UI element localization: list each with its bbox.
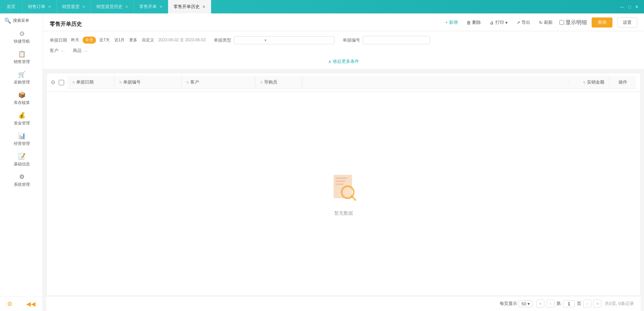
date-shortcuts: 昨天 今天 近7天 近1月 更多 自定义 (70, 37, 155, 44)
goods-select[interactable]: ··· (84, 48, 88, 53)
sidebar-label-inventory: 库存核算 (14, 100, 30, 106)
type-filter: 单据类型 ▾ (214, 36, 335, 44)
page-title: 零售开单历史 (50, 21, 82, 28)
th-sort-amount-icon[interactable]: ⇅ (583, 81, 586, 84)
collapse-sidebar-icon[interactable]: ◀◀ (26, 300, 36, 308)
svg-rect-1 (335, 177, 347, 179)
customer-filter: 客户 ··· (50, 48, 65, 54)
last-page-btn[interactable]: » (593, 300, 601, 308)
basic-info-icon: 📝 (18, 153, 26, 160)
filter-row-2: 客户 ··· 商品 ··· (50, 48, 637, 54)
page-label: 第 (556, 301, 561, 307)
tab-retail-open-history[interactable]: 零售开单历史✕ (168, 0, 211, 13)
tab-close-retail-open[interactable]: ✕ (159, 5, 162, 9)
page-summary: 共0页, 0条记录 (605, 301, 634, 307)
page-input[interactable] (563, 300, 575, 307)
tab-close-sales-return-history[interactable]: ✕ (125, 5, 128, 9)
tab-sales-order[interactable]: 销售订单✕ (22, 0, 57, 13)
th-guide: ⇅ 导购员 (255, 76, 302, 89)
close-btn[interactable]: ✕ (635, 4, 639, 9)
collapse-icon: ∧ (328, 59, 332, 64)
print-icon: 🖨 (490, 20, 494, 25)
sidebar-item-finance[interactable]: 💰 资金管理 (0, 108, 43, 129)
window-controls: — □ ✕ (620, 4, 644, 9)
tab-retail-open[interactable]: 零售开单✕ (134, 0, 168, 13)
export-icon: ↗ (516, 20, 520, 25)
sidebar-item-sales-mgmt[interactable]: 📋 销售管理 (0, 47, 43, 67)
empty-icon (327, 171, 360, 205)
date-today[interactable]: 今天 (83, 37, 96, 44)
type-select[interactable]: ▾ (234, 36, 335, 44)
first-page-btn[interactable]: « (536, 300, 544, 308)
next-page-btn[interactable]: › (583, 300, 591, 308)
sidebar-item-purchase-mgmt[interactable]: 🛒 采购管理 (0, 67, 43, 88)
sidebar-item-basic-info[interactable]: 📝 基础信息 (0, 149, 43, 170)
sidebar-item-inventory[interactable]: 📦 库存核算 (0, 88, 43, 108)
date-yesterday[interactable]: 昨天 (70, 37, 81, 43)
num-input[interactable] (363, 36, 430, 44)
filter-area: 单据日期 昨天 今天 近7天 近1月 更多 自定义 2023-06-02 至 2… (43, 31, 644, 69)
svg-rect-3 (335, 184, 344, 185)
sidebar-item-quick-nav[interactable]: ⊙ 快捷导航 (0, 27, 43, 47)
refresh-button[interactable]: ↻ 刷新 (537, 18, 555, 27)
sidebar-item-sys-mgmt[interactable]: ⚙ 系统管理 (0, 170, 43, 190)
set-button[interactable]: 设置 (617, 17, 637, 28)
tab-home[interactable]: 首页 (0, 0, 22, 13)
tab-close-sales-order[interactable]: ✕ (48, 5, 51, 9)
per-page-label: 每页显示 (500, 301, 517, 307)
th-sort-customer-icon[interactable]: ⇅ (186, 81, 189, 84)
date-7days[interactable]: 近7天 (98, 37, 111, 43)
type-label: 单据类型 (214, 37, 231, 43)
page-nav: « ‹ 第 页 › » (536, 300, 601, 308)
query-button[interactable]: 查询 (592, 17, 612, 28)
th-customer: ⇅ 客户 (182, 76, 255, 89)
delete-button[interactable]: 🗑 删除 (464, 18, 483, 27)
page-size-select: 每页显示 50 ▾ (500, 300, 533, 307)
display-toggle[interactable]: 显示明细 (559, 19, 587, 26)
tab-sales-return[interactable]: 销货退货✕ (57, 0, 91, 13)
purchase-mgmt-icon: 🛒 (18, 71, 26, 78)
tab-sales-return-history[interactable]: 销货退货历史✕ (91, 0, 134, 13)
svg-line-5 (352, 196, 355, 200)
sidebar-search[interactable]: 🔍 搜索采单 (0, 15, 43, 27)
main-layout: 🔍 搜索采单 ⊙ 快捷导航 📋 销售管理 🛒 采购管理 📦 库存核算 💰 资金管… (0, 13, 644, 311)
date-range-display: 2023-06-02 至 2023-06-02 (158, 37, 205, 43)
quick-nav-icon: ⊙ (19, 30, 24, 37)
add-button[interactable]: + 新增 (443, 18, 460, 27)
page-suffix: 页 (577, 301, 581, 307)
tab-close-retail-open-history[interactable]: ✕ (202, 5, 205, 9)
prev-page-btn[interactable]: ‹ (546, 300, 554, 308)
sidebar-bottom: ⚙ ◀◀ (0, 297, 43, 311)
sidebar-item-operations[interactable]: 📊 经营管理 (0, 129, 43, 149)
filter-row-1: 单据日期 昨天 今天 近7天 近1月 更多 自定义 2023-06-02 至 2… (50, 36, 637, 44)
date-filter: 单据日期 昨天 今天 近7天 近1月 更多 自定义 2023-06-02 至 2… (50, 37, 206, 44)
date-1month[interactable]: 近1月 (113, 37, 126, 43)
collapse-button[interactable]: ∧ 收起更多条件 (328, 57, 359, 66)
goods-filter: 商品 ··· (73, 48, 88, 54)
select-all-checkbox[interactable] (59, 80, 64, 85)
tab-close-sales-return[interactable]: ✕ (82, 5, 85, 9)
num-filter: 单据编号 (343, 36, 430, 44)
sales-mgmt-icon: 📋 (18, 50, 26, 58)
th-sort-num-icon[interactable]: ⇅ (119, 81, 122, 84)
sidebar-label-basic-info: 基础信息 (14, 161, 30, 167)
page-size-value[interactable]: 50 ▾ (518, 300, 533, 307)
print-button[interactable]: 🖨 打印 ▾ (488, 18, 510, 27)
th-sort-guide-icon[interactable]: ⇅ (260, 81, 263, 84)
th-num: ⇅ 单据编号 (114, 76, 182, 89)
maximize-btn[interactable]: □ (628, 4, 631, 9)
customer-select[interactable]: ··· (61, 48, 65, 53)
gear-icon[interactable]: ⚙ (51, 79, 55, 86)
th-sort-date-icon[interactable]: ⇅ (72, 81, 75, 84)
date-custom[interactable]: 自定义 (141, 37, 155, 43)
date-more[interactable]: 更多 (128, 37, 139, 43)
customer-label: 客户 (50, 48, 58, 54)
table-header: ⇅ 单据日期 ⇅ 单据编号 ⇅ 客户 ⇅ 导购员 (67, 76, 636, 89)
display-checkbox[interactable] (559, 20, 564, 25)
minimize-btn[interactable]: — (620, 4, 624, 9)
svg-point-6 (344, 189, 351, 196)
empty-state: 暂无数据 (47, 92, 640, 296)
settings-icon[interactable]: ⚙ (7, 300, 12, 308)
pagination-bar: 每页显示 50 ▾ « ‹ 第 页 › » 共0页, 0条记录 (46, 296, 641, 311)
export-button[interactable]: ↗ 导出 (514, 18, 532, 27)
